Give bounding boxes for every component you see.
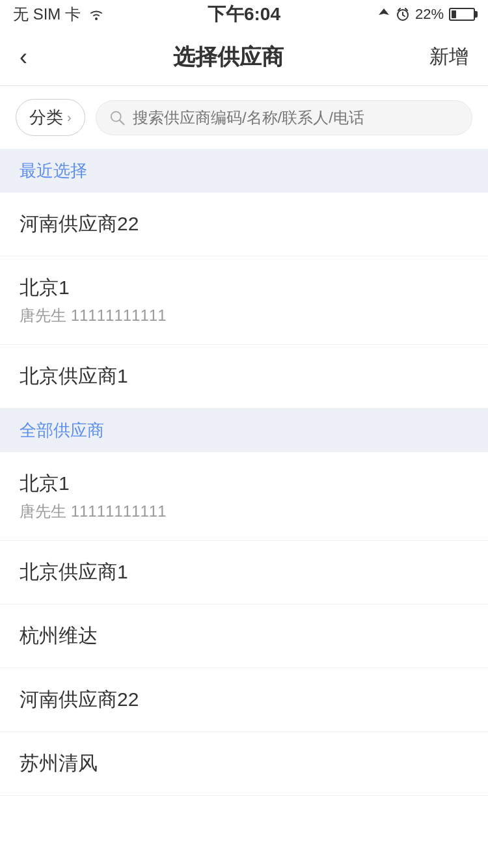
recent-items-list: 河南供应商22 北京1 唐先生 11111111111 北京供应商1: [0, 193, 488, 409]
status-left: 无 SIM 卡: [13, 4, 105, 25]
svg-point-0: [95, 18, 98, 20]
list-item[interactable]: 北京供应商1: [0, 345, 488, 409]
status-right: 22%: [377, 6, 475, 23]
item-name: 河南供应商22: [20, 211, 468, 237]
item-detail: 唐先生 11111111111: [20, 305, 468, 326]
location-icon: [377, 7, 390, 21]
recent-section-label: 最近选择: [20, 161, 87, 180]
chevron-right-icon: ›: [67, 110, 72, 125]
item-name: 北京1: [20, 275, 468, 301]
list-item[interactable]: 北京供应商1: [0, 541, 488, 604]
svg-line-3: [403, 15, 405, 16]
item-name: 北京供应商1: [20, 363, 468, 390]
all-items-list: 北京1 唐先生 11111111111 北京供应商1 杭州维达 河南供应商22 …: [0, 452, 488, 796]
list-item[interactable]: 河南供应商22: [0, 193, 488, 256]
search-icon: [109, 109, 125, 126]
list-item[interactable]: 杭州维达: [0, 604, 488, 668]
back-button[interactable]: ‹: [20, 44, 27, 71]
category-label: 分类: [29, 106, 63, 129]
new-add-button[interactable]: 新增: [429, 44, 468, 70]
battery-icon: [449, 8, 475, 21]
wifi-icon: [87, 8, 105, 21]
status-time: 下午6:04: [208, 2, 280, 27]
recent-section-header: 最近选择: [0, 149, 488, 193]
all-section-header: 全部供应商: [0, 409, 488, 452]
svg-line-7: [120, 120, 124, 124]
list-item[interactable]: 苏州清风: [0, 732, 488, 796]
all-section-label: 全部供应商: [20, 420, 104, 440]
filter-bar: 分类 ›: [0, 86, 488, 149]
item-name: 北京供应商1: [20, 559, 468, 586]
list-item[interactable]: 北京1 唐先生 11111111111: [0, 452, 488, 541]
nav-bar: ‹ 选择供应商 新增: [0, 29, 488, 86]
status-bar: 无 SIM 卡 下午6:04 22%: [0, 0, 488, 29]
sim-status: 无 SIM 卡: [13, 4, 81, 25]
item-name: 苏州清风: [20, 750, 468, 777]
category-button[interactable]: 分类 ›: [16, 99, 85, 136]
item-name: 杭州维达: [20, 623, 468, 649]
list-item[interactable]: 河南供应商22: [0, 668, 488, 732]
nav-title: 选择供应商: [173, 42, 284, 72]
search-input[interactable]: [133, 109, 459, 127]
list-item[interactable]: 北京1 唐先生 11111111111: [0, 256, 488, 345]
item-name: 北京1: [20, 470, 468, 497]
item-detail: 唐先生 11111111111: [20, 501, 468, 522]
alarm-icon: [396, 7, 410, 21]
battery-percentage: 22%: [415, 6, 444, 23]
search-box[interactable]: [96, 100, 472, 135]
item-name: 河南供应商22: [20, 686, 468, 713]
